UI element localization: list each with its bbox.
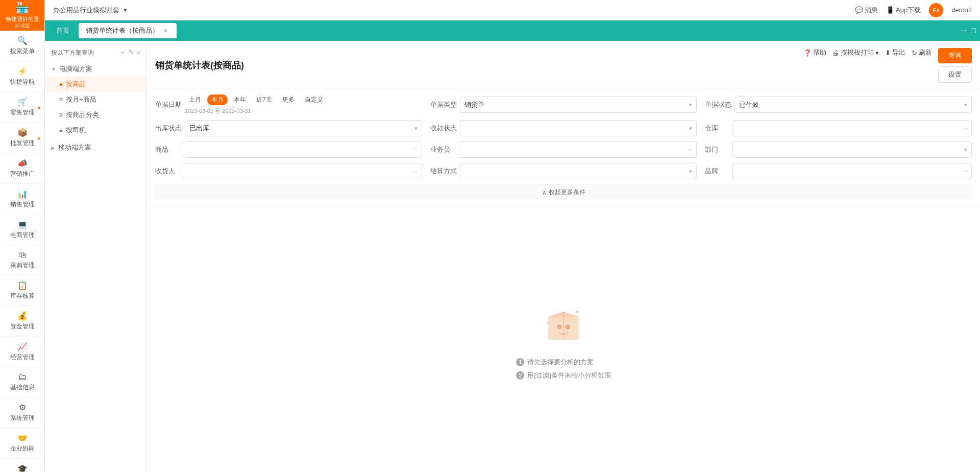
collapse-label: 收起更多条件 — [549, 188, 585, 197]
workspace-selector[interactable]: 办公用品行业模拟账套 ▾ — [53, 6, 127, 15]
date-tab-last-month[interactable]: 上月 — [185, 95, 205, 105]
filter-warehouse-control[interactable]: ··· — [732, 120, 972, 136]
retail-icon: 🛒 — [17, 97, 28, 107]
sidebar-item-finance[interactable]: 💰 资金管理 — [0, 306, 44, 337]
tab-report[interactable]: 销货单统计表（按商品） ✕ — [79, 23, 177, 38]
filter-salesperson-label: 业务员 — [430, 145, 455, 154]
sidebar-item-system[interactable]: ⚙ 系统管理 — [0, 397, 44, 428]
filter-brand-control[interactable]: ··· — [732, 163, 972, 179]
sidebar-item-marketing[interactable]: 📣 营销推广 — [0, 153, 44, 184]
message-icon: 💬 — [855, 6, 863, 14]
sidebar-item-label-search: 搜索菜单 — [10, 47, 35, 56]
sidebar-item-enterprise[interactable]: 🤝 企业协同 — [0, 428, 44, 459]
doc-status-dropdown-icon: ▾ — [964, 102, 967, 108]
collapse-arrow-icon: ∧ — [542, 189, 547, 196]
tab-close-icon[interactable]: ✕ — [162, 27, 169, 35]
tree-parent-mobile[interactable]: ▶ 移动端方案 — [45, 140, 146, 155]
filter-doc-type-control[interactable]: 销货单 ▾ — [460, 97, 697, 113]
settings-button[interactable]: 设置 — [938, 66, 972, 83]
filter-recipient-control[interactable]: ··· — [183, 163, 422, 179]
tree-parent-desktop-label: 电脑端方案 — [59, 64, 92, 74]
tip-item-1: 1 请先选择要分析的方案 — [516, 356, 610, 369]
warehouse-ellipsis-icon: ··· — [963, 125, 967, 131]
export-btn[interactable]: ⬇ 导出 — [885, 48, 905, 57]
message-label: 消息 — [865, 6, 878, 15]
filter-department-control[interactable]: ▾ — [732, 141, 972, 158]
out-status-dropdown-icon: ▾ — [414, 125, 418, 132]
sidebar-item-ecommerce[interactable]: 💻 电商管理 — [0, 215, 44, 245]
template-print-btn[interactable]: 🖨 按模板打印 ▾ — [832, 48, 879, 57]
main-area: 办公用品行业模拟账套 ▾ 💬 消息 📱 App下载 Ea demo2 首页 销货… — [45, 0, 980, 472]
tip-text-1: 请先选择要分析的方案 — [527, 356, 594, 369]
recipient-ellipsis-icon: ··· — [413, 168, 418, 174]
sidebar-item-search[interactable]: 🔍 搜索菜单 — [0, 31, 44, 61]
logo-text: 畅捷通好生意 — [6, 15, 39, 22]
avatar[interactable]: Ea — [929, 3, 943, 17]
sidebar-item-quick[interactable]: ⚡ 快捷导航 — [0, 61, 44, 92]
filter-brand-label: 品牌 — [705, 167, 729, 176]
sidebar-item-basic[interactable]: 🗂 基础信息 — [0, 367, 44, 397]
sidebar-item-sales[interactable]: 📊 销售管理 — [0, 184, 44, 215]
filter-row-4: 收货人 ··· 结算方式 ▾ 品牌 — [155, 163, 972, 179]
date-tab-this-year[interactable]: 本年 — [230, 95, 250, 105]
query-button[interactable]: 查询 — [938, 48, 972, 63]
tree-parent-mobile-label: 移动端方案 — [58, 143, 91, 152]
sidebar-item-guide[interactable]: 🎓 新手引导 — [0, 459, 44, 472]
filter-date-tabs: 上月 本月 本年 近7天 更多 自定义 — [185, 95, 422, 105]
app-download-label: App下载 — [896, 6, 921, 15]
workspace-dropdown-icon: ▾ — [124, 6, 127, 14]
filter-payment-status-control[interactable]: ▾ — [460, 120, 697, 136]
filter-settlement-label: 结算方式 — [430, 167, 457, 176]
message-btn[interactable]: 💬 消息 — [855, 6, 878, 15]
search-icon: 🔍 — [17, 36, 28, 45]
filter-salesperson-control[interactable]: ··· — [458, 141, 697, 158]
print-dropdown-icon: ▾ — [875, 49, 879, 57]
collapse-panel-icon[interactable]: « — [136, 48, 140, 57]
sidebar-item-retail[interactable]: 🛒 零售管理 ▲ — [0, 92, 44, 123]
add-scheme-icon[interactable]: ＋ — [119, 48, 126, 57]
filter-item-out-status: 出库状态 已出库 ▾ — [155, 120, 422, 136]
tree-parent-desktop[interactable]: ▼ 电脑端方案 — [45, 61, 146, 77]
finance-icon: 💰 — [17, 311, 28, 321]
tab-home[interactable]: 首页 — [49, 23, 77, 38]
filter-settlement-control[interactable]: ▾ — [460, 163, 697, 179]
tree-child-by-product[interactable]: ● 按商品 — [45, 77, 146, 92]
tab-report-label: 销货单统计表（按商品） — [86, 26, 159, 35]
date-tab-custom[interactable]: 自定义 — [301, 95, 327, 105]
sidebar-item-inventory[interactable]: 📋 库存核算 — [0, 275, 44, 306]
svg-text:✦: ✦ — [546, 321, 549, 325]
tab-home-label: 首页 — [56, 26, 69, 35]
list-icon-3: ≡ — [59, 127, 63, 134]
tree-child-by-month-product[interactable]: ≡ 按月+商品 — [45, 92, 146, 107]
maximize-icon[interactable]: □ — [971, 26, 976, 35]
filter-product-control[interactable]: ··· — [183, 141, 422, 158]
collapse-filter-btn[interactable]: ∧ 收起更多条件 — [155, 184, 972, 200]
date-tab-more[interactable]: 更多 — [278, 95, 299, 105]
tree-child-by-category[interactable]: ≡ 按商品分类 — [45, 107, 146, 123]
minimize-icon[interactable]: ─ — [961, 26, 967, 35]
product-ellipsis-icon: ··· — [413, 147, 418, 153]
help-btn[interactable]: ❓ 帮助 — [803, 48, 826, 57]
quick-icon: ⚡ — [17, 66, 28, 76]
wholesale-arrow: ▲ — [37, 135, 41, 140]
filter-item-salesperson: 业务员 ··· — [430, 141, 697, 158]
filter-doc-status-control[interactable]: 已生效 ▾ — [734, 97, 972, 113]
export-icon: ⬇ — [885, 49, 891, 57]
refresh-btn[interactable]: ↻ 刷新 — [912, 48, 932, 57]
sidebar-item-operation[interactable]: 📈 经营管理 — [0, 337, 44, 367]
date-tab-this-month[interactable]: 本月 — [207, 95, 228, 105]
right-panel: 销货单统计表(按商品) ❓ 帮助 🖨 按模板打印 ▾ ⬇ — [147, 41, 980, 472]
filter-out-status-control[interactable]: 已出库 ▾ — [185, 120, 422, 136]
date-tab-7days[interactable]: 近7天 — [252, 95, 276, 105]
app-download-btn[interactable]: 📱 App下载 — [886, 6, 921, 15]
edit-scheme-icon[interactable]: ✎ — [128, 48, 134, 57]
sidebar-item-purchase[interactable]: 🛍 采购管理 — [0, 245, 44, 275]
enterprise-icon: 🤝 — [17, 433, 28, 443]
app-logo: 🏪 畅捷通好生意 标准版 — [0, 0, 45, 31]
filter-item-product: 商品 ··· — [155, 141, 422, 158]
tree-child-by-cashier[interactable]: ≡ 按司机 — [45, 123, 146, 138]
filter-row-2: 出库状态 已出库 ▾ 收款状态 ▾ 仓库 — [155, 120, 972, 136]
filter-item-date: 单据日期 上月 本月 本年 近7天 更多 自定义 2023-03-01 至 20… — [155, 95, 422, 115]
sidebar-item-wholesale[interactable]: 📦 批发管理 ▲ — [0, 123, 44, 153]
filter-item-warehouse: 仓库 ··· — [705, 120, 972, 136]
